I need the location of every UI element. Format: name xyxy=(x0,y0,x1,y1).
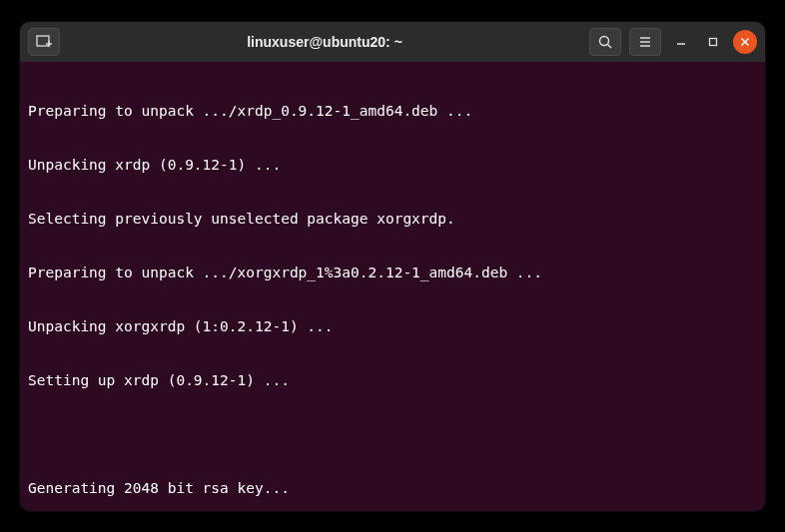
svg-rect-9 xyxy=(710,38,717,45)
minimize-icon xyxy=(676,37,686,47)
hamburger-icon xyxy=(637,34,653,50)
output-line: Unpacking xrdp (0.9.12-1) ... xyxy=(28,156,757,174)
maximize-icon xyxy=(708,37,718,47)
search-icon xyxy=(597,34,613,50)
minimize-button[interactable] xyxy=(669,30,693,54)
output-line: Preparing to unpack .../xorgxrdp_1%3a0.2… xyxy=(28,264,757,281)
output-line: Unpacking xorgxrdp (1:0.2.12-1) ... xyxy=(28,317,757,335)
menu-button[interactable] xyxy=(629,28,661,56)
svg-point-3 xyxy=(600,36,609,45)
output-line: Setting up xrdp (0.9.12-1) ... xyxy=(28,371,757,389)
titlebar-right xyxy=(589,28,757,56)
close-button[interactable] xyxy=(733,30,757,54)
output-line: Generating 2048 bit rsa key... xyxy=(28,479,757,497)
output-line xyxy=(28,425,757,443)
output-line: Preparing to unpack .../xrdp_0.9.12-1_am… xyxy=(28,102,757,120)
titlebar: linuxuser@ubuntu20: ~ xyxy=(20,22,765,62)
terminal-output[interactable]: Preparing to unpack .../xrdp_0.9.12-1_am… xyxy=(20,62,765,511)
output-line: Selecting previously unselected package … xyxy=(28,210,757,228)
search-button[interactable] xyxy=(589,28,621,56)
maximize-button[interactable] xyxy=(701,30,725,54)
close-icon xyxy=(740,37,750,47)
terminal-window: linuxuser@ubuntu20: ~ xyxy=(20,22,765,511)
svg-line-4 xyxy=(608,44,612,48)
new-tab-icon xyxy=(36,34,52,50)
window-title: linuxuser@ubuntu20: ~ xyxy=(68,34,581,50)
new-tab-button[interactable] xyxy=(28,28,60,56)
